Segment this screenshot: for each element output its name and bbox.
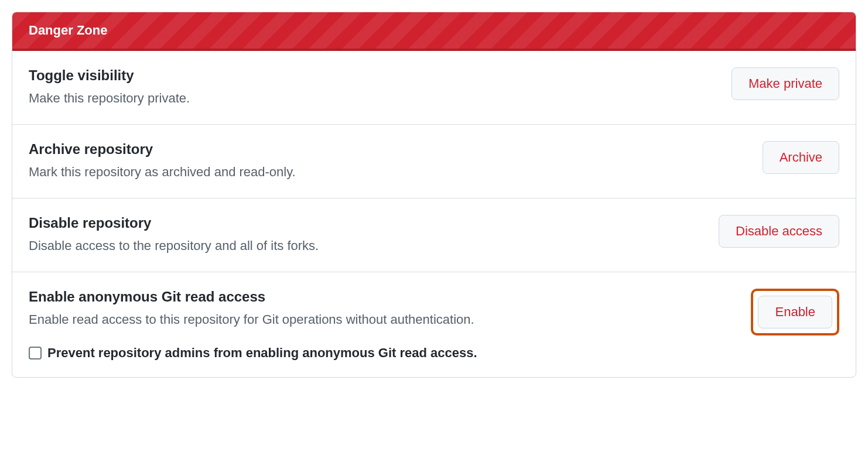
section-text: Archive repository Mark this repository … [29, 141, 763, 182]
disable-access-button[interactable]: Disable access [719, 215, 839, 248]
danger-zone-header: Danger Zone [12, 12, 856, 51]
prevent-admin-checkbox[interactable] [29, 347, 42, 359]
section-anonymous-git-read: Enable anonymous Git read access Enable … [12, 272, 856, 377]
section-archive-repository: Archive repository Mark this repository … [12, 125, 856, 198]
toggle-visibility-title: Toggle visibility [29, 67, 717, 84]
prevent-admin-checkbox-label[interactable]: Prevent repository admins from enabling … [47, 345, 477, 361]
section-toggle-visibility: Toggle visibility Make this repository p… [12, 51, 856, 125]
archive-repository-desc: Mark this repository as archived and rea… [29, 162, 749, 182]
anonymous-git-desc: Enable read access to this repository fo… [29, 310, 737, 329]
danger-zone-panel: Danger Zone Toggle visibility Make this … [12, 12, 856, 378]
section-disable-repository: Disable repository Disable access to the… [12, 198, 856, 272]
enable-anonymous-git-button[interactable]: Enable [758, 296, 832, 328]
disable-repository-title: Disable repository [29, 215, 705, 231]
section-text: Toggle visibility Make this repository p… [29, 67, 732, 108]
anonymous-git-title: Enable anonymous Git read access [29, 289, 737, 305]
disable-repository-desc: Disable access to the repository and all… [29, 236, 705, 255]
section-text: Enable anonymous Git read access Enable … [29, 289, 751, 361]
archive-repository-title: Archive repository [29, 141, 749, 157]
archive-button[interactable]: Archive [763, 141, 839, 174]
toggle-visibility-desc: Make this repository private. [29, 88, 717, 108]
enable-button-highlight: Enable [751, 289, 839, 335]
prevent-admin-checkbox-row: Prevent repository admins from enabling … [29, 345, 737, 361]
section-text: Disable repository Disable access to the… [29, 215, 719, 255]
make-private-button[interactable]: Make private [732, 67, 839, 100]
